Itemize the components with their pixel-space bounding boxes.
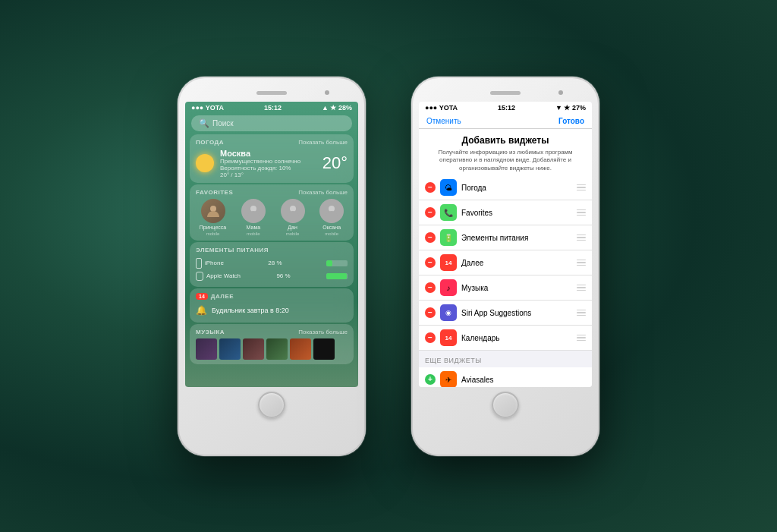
favorites-row: Принцесса mobile Мама mobile Дан mobile <box>196 199 348 236</box>
avatar-4 <box>319 199 344 223</box>
right-camera <box>558 90 563 95</box>
aviasales-app-icon: ✈ <box>440 371 457 387</box>
favorites-more[interactable]: Показать больше <box>298 189 348 196</box>
left-home-button[interactable] <box>258 392 285 418</box>
weather-more[interactable]: Показать больше <box>298 139 348 146</box>
watch-icon <box>196 272 203 281</box>
alarm-row: 🔔 Будильник завтра в 8:20 <box>196 303 348 318</box>
left-status-bar: ●●● YOTA 15:12 ▲ ★ 28% <box>185 102 358 114</box>
weather-title: ПОГОДА <box>196 139 224 146</box>
calendar-drag-handle[interactable] <box>577 335 586 342</box>
contact-2[interactable]: Мама mobile <box>241 199 266 236</box>
weather-drag-handle[interactable] <box>577 184 586 191</box>
speaker <box>256 91 287 95</box>
weather-info: Москва Преимущественно солнечно Вероятно… <box>220 149 316 178</box>
device-name-1: iPhone <box>205 260 224 266</box>
remove-siri-button[interactable] <box>425 307 436 318</box>
weather-desc: Преимущественно солнечно <box>220 158 316 165</box>
weather-item-label: Погода <box>461 184 572 192</box>
battery-row-1: iPhone 28 % <box>196 257 348 270</box>
list-item: 🔋 Элементы питания <box>419 225 592 250</box>
remove-music-button[interactable] <box>425 282 436 293</box>
music-more[interactable]: Показать больше <box>298 329 348 335</box>
contact-name-2: Мама <box>247 225 261 230</box>
list-item: ♪ Музыка <box>419 275 592 301</box>
svg-point-3 <box>329 206 335 212</box>
siri-item-label: Siri App Suggestions <box>461 309 572 317</box>
add-aviasales-button[interactable] <box>425 374 436 385</box>
contact-type-2: mobile <box>247 231 260 236</box>
next-drag-handle[interactable] <box>577 260 586 266</box>
music-thumb-5 <box>290 338 311 360</box>
svg-point-2 <box>290 206 296 212</box>
alarm-widget: 14 ДАЛЕЕ 🔔 Будильник завтра в 8:20 <box>190 288 354 323</box>
next-app-icon: 14 <box>440 254 457 271</box>
left-carrier: ●●● YOTA <box>191 104 224 112</box>
right-status-bar: ●●● YOTA 15:12 ▼ ★ 27% <box>419 102 592 114</box>
right-speaker <box>490 91 521 95</box>
more-widget-list: ✈ Aviasales 📖 Bookmate ◈ Dropbox <box>419 367 592 387</box>
search-bar[interactable]: 🔍 Поиск <box>191 115 352 131</box>
list-item: 🌤 Погода <box>419 175 592 200</box>
sun-icon <box>196 154 214 172</box>
battery-title: ЭЛЕМЕНТЫ ПИТАНИЯ <box>196 247 269 253</box>
music-thumb-6 <box>313 338 335 360</box>
battery-drag-handle[interactable] <box>577 235 586 241</box>
battery-bar-2 <box>326 273 348 279</box>
alarm-badge: 14 <box>196 293 208 300</box>
battery-pct-2: 96 % <box>276 272 290 279</box>
right-signal: ▼ ★ 27% <box>555 104 586 112</box>
add-widgets-heading: Добавить виджеты <box>428 135 583 146</box>
weather-range: 20° / 13° <box>220 172 316 178</box>
contact-name-1: Принцесса <box>200 225 226 230</box>
calendar-item-label: Календарь <box>461 334 572 342</box>
siri-drag-handle[interactable] <box>577 310 586 316</box>
remove-battery-button[interactable] <box>425 232 436 243</box>
remove-favorites-button[interactable] <box>425 207 436 218</box>
remove-calendar-button[interactable] <box>425 332 436 343</box>
music-thumb-1 <box>196 338 217 360</box>
cancel-button[interactable]: Отменить <box>426 117 461 125</box>
add-widgets-title-section: Добавить виджеты Получайте информацию из… <box>419 129 592 175</box>
avatar-2 <box>241 199 266 223</box>
right-screen-inner: ●●● YOTA 15:12 ▼ ★ 27% Отменить Готово Д… <box>419 102 592 387</box>
weather-widget: ПОГОДА Показать больше Москва Преимущест… <box>190 134 354 183</box>
done-button[interactable]: Готово <box>558 117 584 125</box>
battery-fill-2 <box>326 273 347 279</box>
avatar-1 <box>201 199 225 223</box>
svg-point-1 <box>250 206 256 212</box>
contact-type-1: mobile <box>206 231 220 236</box>
siri-app-icon: ◉ <box>440 304 457 321</box>
list-item: ✈ Aviasales <box>419 367 592 387</box>
camera <box>325 90 329 95</box>
favorites-drag-handle[interactable] <box>577 209 586 216</box>
favorites-item-label: Favorites <box>461 209 572 217</box>
contact-4[interactable]: Оксана mobile <box>319 199 344 236</box>
svg-point-0 <box>210 206 216 212</box>
device-name-2: Apple Watch <box>206 272 241 279</box>
remove-next-button[interactable] <box>425 257 436 268</box>
battery-item-label: Элементы питания <box>461 234 572 242</box>
left-phone: ●●● YOTA 15:12 ▲ ★ 28% 🔍 Поиск ПОГОДА По… <box>178 77 366 456</box>
right-screen: ●●● YOTA 15:12 ▼ ★ 27% Отменить Готово Д… <box>419 102 592 387</box>
left-signal: ▲ ★ 28% <box>322 104 352 112</box>
contact-type-3: mobile <box>286 231 300 236</box>
right-home-button[interactable] <box>492 392 519 418</box>
remove-weather-button[interactable] <box>425 182 436 193</box>
right-carrier: ●●● YOTA <box>425 104 458 112</box>
add-widgets-header: Отменить Готово <box>419 114 592 129</box>
phone-icon <box>196 258 202 269</box>
music-title: МУЗЫКА <box>196 329 225 335</box>
favorites-widget: FAVORITES Показать больше Принцесса mobi… <box>190 184 354 241</box>
music-row <box>196 338 348 360</box>
weather-subdesc: Вероятность дождя: 10% <box>220 165 316 172</box>
music-drag-handle[interactable] <box>577 285 586 291</box>
battery-widget: ЭЛЕМЕНТЫ ПИТАНИЯ iPhone 28 % Apple Watch… <box>190 242 354 287</box>
aviasales-item-label: Aviasales <box>461 376 586 384</box>
search-placeholder: Поиск <box>212 119 234 127</box>
avatar-3 <box>281 199 305 223</box>
right-phone: ●●● YOTA 15:12 ▼ ★ 27% Отменить Готово Д… <box>411 77 599 456</box>
contact-1[interactable]: Принцесса mobile <box>200 199 226 236</box>
contact-3[interactable]: Дан mobile <box>281 199 305 236</box>
search-icon: 🔍 <box>199 118 209 128</box>
